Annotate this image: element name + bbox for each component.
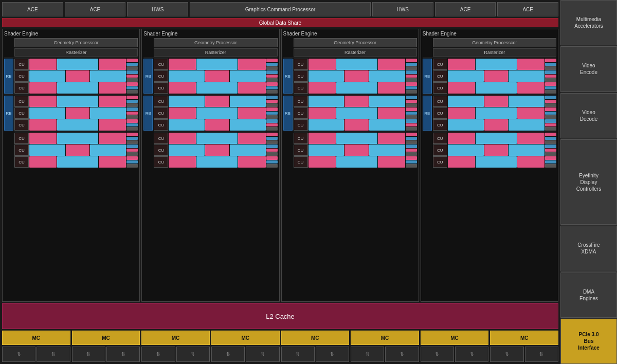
sidebar-video-decode: Video Decode	[560, 93, 617, 138]
shader-engine-1: Shader Engine Geometry Processcor Raster…	[2, 29, 140, 302]
cu-blocks	[169, 82, 277, 94]
mem-group-2: ⇅ ⇅	[72, 347, 140, 362]
small-gray	[545, 140, 556, 144]
cu-row: CU	[14, 70, 138, 82]
small-pink	[266, 100, 278, 103]
cu-blocks	[169, 59, 277, 70]
cu-block-small	[266, 107, 278, 119]
se2-rb-1: RB	[143, 59, 153, 94]
small-gray	[126, 90, 138, 94]
cu-blocks	[308, 107, 417, 119]
small-blue	[545, 119, 556, 123]
cu-block-blue	[29, 107, 65, 119]
small-blue	[406, 119, 417, 123]
small-blue	[545, 70, 556, 74]
small-pink	[406, 75, 417, 78]
mem-group-7: ⇅ ⇅	[421, 347, 489, 362]
cu-block-pink	[344, 144, 369, 156]
cu-blocks	[308, 144, 417, 156]
cu-block-pink	[517, 59, 545, 70]
small-blue	[545, 112, 556, 115]
small-gray	[126, 164, 138, 168]
cu-block-pink	[378, 133, 405, 144]
cu-block-pink	[238, 156, 265, 168]
cu-label: CU	[294, 156, 308, 168]
mem-block: ⇅	[176, 347, 210, 362]
cu-block-blue	[90, 70, 126, 82]
small-pink	[406, 59, 417, 62]
cu-row: CU	[433, 70, 556, 82]
cu-row: CU	[433, 59, 556, 70]
small-gray	[266, 103, 278, 107]
cu-block-pink	[29, 119, 57, 131]
mem-block: ⇅	[455, 347, 488, 362]
se4-title: Shader Engine	[423, 31, 556, 37]
small-blue	[126, 63, 138, 66]
cu-blocks	[448, 156, 556, 168]
up-arrow: ⇅	[435, 352, 439, 357]
se2-title: Shader Engine	[143, 31, 277, 37]
cu-row: CU	[154, 119, 277, 131]
cu-block-blue	[90, 144, 126, 156]
cu-block-small	[266, 133, 278, 144]
se3-title: Shader Engine	[283, 31, 417, 37]
cu-block-pink	[99, 156, 126, 168]
small-blue	[545, 160, 556, 164]
cu-block-pink	[517, 156, 545, 168]
mem-group-3: ⇅ ⇅	[141, 347, 210, 362]
up-arrow: ⇅	[366, 352, 370, 357]
cu-block-blue	[369, 144, 405, 156]
cu-row: CU	[433, 82, 556, 94]
cu-block-small	[266, 119, 278, 131]
mc-6: MC	[351, 331, 419, 345]
cu-blocks	[29, 82, 138, 94]
se4-rb-2: RB	[423, 96, 432, 131]
cu-rows: CU	[294, 133, 417, 168]
up-arrow: ⇅	[261, 352, 265, 357]
mc-7: MC	[421, 331, 489, 345]
se3-rast: Rasterizer	[294, 48, 417, 57]
se2-geo: Geometry Processor	[154, 38, 277, 47]
mc-3: MC	[141, 331, 210, 345]
small-blue	[545, 63, 556, 66]
small-pink	[545, 149, 556, 152]
mem-block: ⇅	[2, 347, 35, 362]
small-pink	[126, 75, 138, 78]
small-blue	[266, 112, 278, 115]
se1-cu-group-1: RB CU	[4, 58, 138, 94]
cu-row: CU	[14, 107, 138, 119]
cu-block-small	[545, 133, 556, 144]
small-gray	[406, 115, 417, 119]
cu-block-blue	[196, 59, 238, 70]
small-pink	[266, 156, 278, 160]
small-pink	[266, 59, 278, 62]
small-pink	[406, 100, 417, 103]
cu-block-pink	[344, 96, 369, 107]
mem-block: ⇅	[211, 347, 245, 362]
cu-block-small	[406, 96, 417, 107]
up-arrow: ⇅	[17, 352, 21, 357]
cu-row: CU	[294, 96, 417, 107]
cu-blocks	[308, 59, 417, 70]
small-gray	[126, 127, 138, 131]
small-gray	[545, 115, 556, 119]
small-gray	[406, 140, 417, 144]
cu-row: CU	[154, 107, 277, 119]
cu-block-blue	[169, 96, 205, 107]
cu-block-blue	[336, 107, 377, 119]
small-blue	[406, 144, 417, 148]
mem-block: ⇅	[106, 347, 140, 362]
top-ace-1: ACE	[2, 2, 63, 16]
small-gray	[545, 127, 556, 131]
small-gray	[266, 164, 278, 168]
cu-label: CU	[14, 133, 29, 144]
cu-label: CU	[294, 133, 308, 144]
cu-label: CU	[14, 156, 29, 168]
small-gray	[406, 164, 417, 168]
cu-rows: CU	[154, 133, 277, 168]
mem-block: ⇅	[421, 347, 454, 362]
shader-engines-row: Shader Engine Geometry Processcor Raster…	[2, 29, 558, 302]
cu-row: CU	[294, 156, 417, 168]
mem-block: ⇅	[281, 347, 315, 362]
cu-block-pink	[29, 82, 57, 94]
